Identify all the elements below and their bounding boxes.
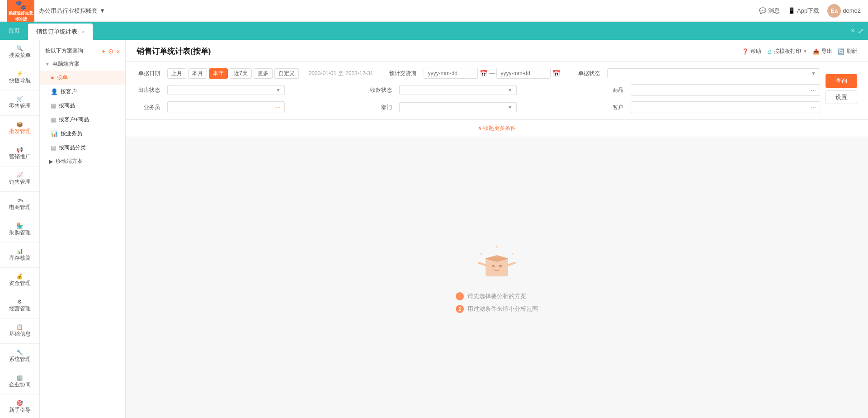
product-ellipsis[interactable]: ··· — [811, 86, 816, 94]
sidebar-item-basic[interactable]: 📋 基础信息 — [0, 318, 39, 344]
sidebar-item-marketing[interactable]: 📢 营销推广 — [0, 141, 39, 166]
sidebar-item-purchase[interactable]: 🏪 采购管理 — [0, 217, 39, 242]
svg-point-10 — [496, 246, 498, 248]
sidebar: 🔍 搜索菜单 ⚡ 快捷导航 🛒 零售管理 📦 批发管理 📢 营销推广 📈 销售管… — [0, 40, 40, 418]
msg-label: 消息 — [768, 7, 780, 15]
tab-sales-order[interactable]: 销售订单统计表 × — [28, 24, 93, 40]
sidebar-label-purchase: 采购管理 — [2, 229, 38, 237]
tab-close-icon[interactable]: × — [82, 29, 85, 34]
delivery-from-cal-icon[interactable]: 📅 — [480, 70, 487, 77]
by-product-label: 按商品 — [59, 102, 75, 109]
window-close-icon[interactable]: × — [851, 27, 855, 35]
settings-scheme-icon[interactable]: ⊙ — [108, 48, 113, 55]
app-selector[interactable]: 办公用品行业模拟账套 ▼ — [39, 7, 105, 15]
msg-btn[interactable]: 💬 消息 — [759, 7, 780, 15]
sidebar-item-sales[interactable]: 📈 销售管理 — [0, 166, 39, 192]
date-btn-thisyear[interactable]: 本年 — [209, 68, 228, 79]
date-btn-lastmonth[interactable]: 上月 — [167, 68, 186, 79]
chevron-up-icon: ∧ — [478, 125, 482, 131]
payment-group: ▼ — [399, 85, 589, 95]
help-label: 帮助 — [750, 48, 761, 55]
svg-point-5 — [499, 265, 502, 267]
refresh-btn[interactable]: 🔄 刷新 — [838, 48, 857, 55]
outbound-select[interactable]: ▼ — [167, 85, 285, 95]
delivery-to-cal-icon[interactable]: 📅 — [552, 70, 560, 77]
date-btn-custom[interactable]: 自定义 — [274, 68, 299, 79]
scheme-by-customer[interactable]: 👤 按客户 — [40, 85, 125, 99]
add-scheme-icon[interactable]: + — [102, 48, 105, 55]
sidebar-item-search[interactable]: 🔍 搜索菜单 — [0, 40, 39, 65]
window-maximize-icon[interactable]: ⤢ — [858, 27, 863, 35]
payment-label: 收款状态 — [368, 86, 392, 94]
scheme-by-order[interactable]: ● 按单 — [40, 71, 125, 85]
print-btn[interactable]: 🖨 按模板打印 ▼ — [767, 48, 807, 55]
status-label: 单据状态 — [576, 70, 600, 77]
date-btn-7days[interactable]: 近7天 — [230, 68, 252, 79]
payment-select[interactable]: ▼ — [399, 85, 517, 95]
app-download-btn[interactable]: 📱 App下载 — [788, 7, 819, 15]
date-btn-more[interactable]: 更多 — [254, 68, 273, 79]
wholesale-icon: 📦 — [2, 121, 38, 128]
page-actions: ❓ 帮助 🖨 按模板打印 ▼ 📤 导出 🔄 刷新 — [742, 48, 857, 55]
department-select[interactable]: ▼ — [399, 102, 517, 112]
empty-steps: 1 请先选择要分析的方案 2 用过滤条件来缩小分析范围 — [456, 292, 538, 318]
sidebar-item-retail[interactable]: 🛒 零售管理 — [0, 90, 39, 116]
customer-select[interactable]: ··· — [631, 101, 820, 113]
quicknav-icon: ⚡ — [2, 71, 38, 77]
print-arrow: ▼ — [803, 49, 807, 54]
help-btn[interactable]: ❓ 帮助 — [742, 48, 761, 55]
delivery-to-input[interactable] — [496, 68, 551, 79]
by-cust-prod-icon: ▦ — [51, 116, 56, 123]
sidebar-item-quicknav[interactable]: ⚡ 快捷导航 — [0, 65, 39, 90]
msg-icon: 💬 — [759, 7, 766, 14]
query-button[interactable]: 查询 — [826, 74, 857, 88]
svg-point-4 — [492, 265, 495, 267]
purchase-icon: 🏪 — [2, 223, 38, 229]
by-cust-prod-label: 按客户+商品 — [59, 116, 89, 124]
sidebar-item-ecommerce[interactable]: 🛍 电商管理 — [0, 192, 39, 217]
svg-line-7 — [508, 263, 515, 265]
settings-button[interactable]: 设置 — [826, 90, 857, 104]
filter-row-2: 出库状态 ▼ 收款状态 ▼ — [137, 84, 820, 96]
collapse-bar[interactable]: ∧ 收起更多条件 — [126, 120, 868, 137]
scheme-by-cust-prod[interactable]: ▦ 按客户+商品 — [40, 113, 125, 127]
export-btn[interactable]: 📤 导出 — [813, 48, 832, 55]
scheme-by-category[interactable]: ▤ 按商品分类 — [40, 141, 125, 155]
sidebar-item-inventory[interactable]: 📊 库存核算 — [0, 242, 39, 268]
department-group: ▼ — [399, 102, 589, 112]
by-order-label: 按单 — [57, 74, 68, 81]
sidebar-item-enterprise[interactable]: 🏢 企业协同 — [0, 369, 39, 394]
scheme-by-salesman[interactable]: 📊 按业务员 — [40, 127, 125, 141]
delivery-from-input[interactable] — [424, 68, 478, 79]
salesman-select[interactable]: ··· — [167, 101, 285, 113]
delivery-date-label: 预计交货期 — [389, 70, 416, 77]
sidebar-item-system[interactable]: 🔧 系统管理 — [0, 344, 39, 369]
sidebar-label-wholesale: 批发管理 — [2, 128, 38, 135]
pc-scheme-title[interactable]: ▼ 电脑端方案 — [40, 57, 125, 71]
logo-icon: 🐾 — [15, 0, 27, 10]
user-name: demo2 — [843, 7, 861, 14]
salesman-ellipsis[interactable]: ··· — [275, 104, 281, 111]
sidebar-item-finance[interactable]: 💰 资金管理 — [0, 268, 39, 293]
sidebar-label-ecommerce: 电商管理 — [2, 204, 38, 211]
sidebar-label-sales: 销售管理 — [2, 178, 38, 186]
user-menu[interactable]: Ea demo2 — [827, 4, 861, 18]
pc-scheme-group: ▼ 电脑端方案 ● 按单 👤 按客户 ▦ 按商品 ▦ 按客户+商品 📊 按业务 — [40, 57, 125, 155]
logo-line2: 标准版 — [15, 16, 27, 22]
sidebar-item-newbie[interactable]: 🎯 新手引导 — [0, 394, 39, 418]
product-select[interactable]: ··· — [631, 84, 820, 96]
customer-ellipsis[interactable]: ··· — [811, 104, 816, 111]
collapse-panel-icon[interactable]: « — [116, 48, 120, 55]
mobile-scheme-title[interactable]: ▶ 移动端方案 — [40, 155, 125, 168]
status-select[interactable]: ▼ — [607, 68, 820, 78]
filter-row-1: 单据日期 上月 本月 本年 近7天 更多 自定义 2023-01-01 至 — [137, 68, 820, 79]
sidebar-label-basic: 基础信息 — [2, 330, 38, 338]
product-group: ··· — [631, 84, 820, 96]
mobile-scheme-arrow: ▶ — [49, 158, 53, 165]
tab-home[interactable]: 首页 — [0, 22, 28, 40]
sidebar-item-operations[interactable]: ⚙ 经营管理 — [0, 293, 39, 318]
scheme-by-product[interactable]: ▦ 按商品 — [40, 99, 125, 113]
salesman-label: 业务员 — [137, 104, 160, 111]
sidebar-item-wholesale[interactable]: 📦 批发管理 — [0, 116, 39, 141]
date-btn-thismonth[interactable]: 本月 — [188, 68, 207, 79]
